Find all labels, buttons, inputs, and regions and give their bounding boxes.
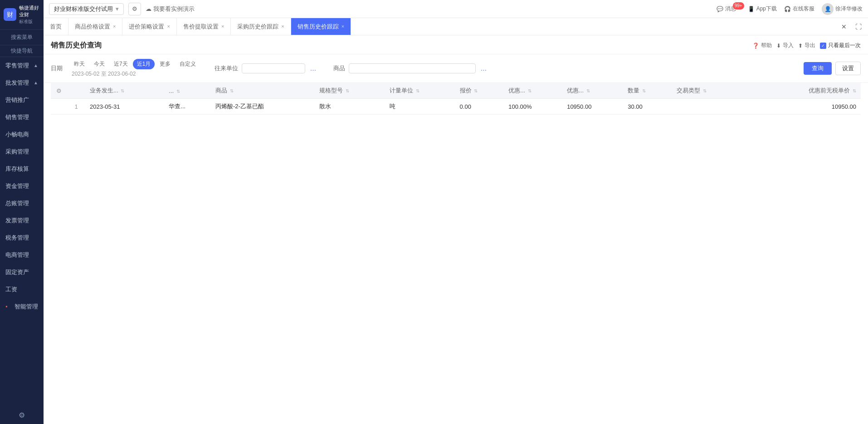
sidebar-item-label: 电商管理 bbox=[5, 251, 29, 259]
demo-button[interactable]: ☁ 我要看实例演示 bbox=[146, 5, 195, 13]
product-input[interactable] bbox=[349, 63, 476, 73]
import-label: 导入 bbox=[783, 42, 794, 49]
sidebar-item-tax[interactable]: 税务管理 bbox=[0, 229, 44, 246]
sidebar-item-wholesale[interactable]: 批发管理 ▲ bbox=[0, 74, 44, 92]
sidebar-item-ecommerce[interactable]: 电商管理 bbox=[0, 246, 44, 264]
sidebar-item-label: 小畅电商 bbox=[5, 130, 29, 139]
sidebar-item-invoice[interactable]: 发票管理 bbox=[0, 212, 44, 229]
sidebar-item-label: 批发管理 bbox=[5, 79, 29, 87]
import-button[interactable]: ⬇ 导入 bbox=[776, 42, 794, 49]
sidebar-item-sales[interactable]: 销售管理 bbox=[0, 109, 44, 126]
tab-close-icon[interactable]: × bbox=[167, 24, 170, 29]
import-icon: ⬇ bbox=[776, 43, 781, 49]
from-unit-filter: 往来单位 … bbox=[215, 63, 319, 73]
cell-spec: 散水 bbox=[315, 99, 385, 115]
page-header: 销售历史价查询 ❓ 帮助 ⬇ 导入 ⬆ 导出 ✓ 只看最后一次 bbox=[44, 35, 868, 54]
sidebar-search[interactable]: 搜索菜单 bbox=[0, 30, 44, 45]
sidebar-item-retail[interactable]: 零售管理 ▲ bbox=[0, 57, 44, 74]
col-unit[interactable]: 计量单位 ⇅ bbox=[385, 83, 455, 99]
tab-close-window-button[interactable]: ✕ bbox=[838, 21, 850, 33]
sidebar-item-inventory[interactable]: 库存核算 bbox=[0, 160, 44, 178]
cell-no-tax-price: 10950.00 bbox=[759, 99, 861, 115]
tab-product-price[interactable]: 商品价格设置 × bbox=[68, 18, 122, 35]
sidebar-item-ledger[interactable]: 总账管理 bbox=[0, 195, 44, 212]
tab-purchase-strategy[interactable]: 进价策略设置 × bbox=[122, 18, 176, 35]
col-discount2[interactable]: 优惠... ⇅ bbox=[562, 83, 623, 99]
sidebar-item-fixed-assets[interactable]: 固定资产 bbox=[0, 264, 44, 281]
col-no-tax-price[interactable]: 优惠前无税单价 ⇅ bbox=[759, 83, 861, 99]
col-spec[interactable]: 规格型号 ⇅ bbox=[315, 83, 385, 99]
date-btn-more[interactable]: 更多 bbox=[156, 59, 175, 69]
tab-sales-history[interactable]: 销售历史价跟踪 × bbox=[291, 18, 351, 35]
sort-icon: ⇅ bbox=[853, 88, 856, 93]
last-only-label: 只看最后一次 bbox=[828, 42, 861, 49]
sort-icon: ⇅ bbox=[416, 88, 419, 93]
tab-label: 采购历史价跟踪 bbox=[237, 23, 278, 31]
demo-label: 我要看实例演示 bbox=[153, 5, 195, 13]
sidebar-item-ecommerce-small[interactable]: 小畅电商 bbox=[0, 126, 44, 143]
date-btn-today[interactable]: 今天 bbox=[90, 59, 109, 69]
date-btn-custom[interactable]: 自定义 bbox=[176, 59, 200, 69]
sort-icon: ⇅ bbox=[121, 88, 124, 93]
cell-price: 0.00 bbox=[455, 99, 504, 115]
online-service-label: 在线客服 bbox=[793, 5, 814, 13]
tab-purchase-history[interactable]: 采购历史价跟踪 × bbox=[231, 18, 291, 35]
tab-close-icon[interactable]: × bbox=[113, 24, 116, 29]
main-content: 好业财标准版交付试用 ▾ ⚙ ☁ 我要看实例演示 💬 消息 99+ 📱 App下… bbox=[44, 0, 868, 424]
date-filter-label: 日期 bbox=[51, 64, 63, 72]
user-name: 徐泽华修改 bbox=[835, 5, 863, 13]
last-only-checkbox[interactable]: ✓ 只看最后一次 bbox=[820, 42, 861, 49]
tab-close-icon[interactable]: × bbox=[341, 24, 344, 29]
sidebar-item-label: 库存核算 bbox=[5, 165, 29, 173]
tab-home[interactable]: 首页 bbox=[44, 18, 68, 35]
sort-icon: ⇅ bbox=[346, 88, 349, 93]
user-menu[interactable]: 👤 徐泽华修改 bbox=[822, 3, 863, 15]
table-gear-icon[interactable]: ⚙ bbox=[56, 87, 62, 94]
from-unit-select-button[interactable]: … bbox=[307, 64, 319, 73]
from-unit-label: 往来单位 bbox=[215, 64, 238, 72]
settings-icon[interactable]: ⚙ bbox=[128, 3, 141, 15]
export-button[interactable]: ⬆ 导出 bbox=[798, 42, 815, 49]
from-unit-input[interactable] bbox=[242, 63, 305, 73]
date-btn-yesterday[interactable]: 昨天 bbox=[70, 59, 89, 69]
tab-label: 首页 bbox=[50, 23, 62, 31]
cell-spacer bbox=[742, 99, 759, 115]
tab-close-icon[interactable]: × bbox=[281, 24, 284, 29]
setting-button[interactable]: 设置 bbox=[835, 62, 861, 75]
sort-icon: ⇅ bbox=[528, 88, 532, 93]
sidebar-item-finance[interactable]: 资金管理 bbox=[0, 178, 44, 195]
app-download-button[interactable]: 📱 App下载 bbox=[748, 5, 777, 13]
tab-close-icon[interactable]: × bbox=[221, 24, 224, 29]
cell-trade-type bbox=[672, 99, 742, 115]
tab-maximize-button[interactable]: ⛶ bbox=[853, 21, 864, 33]
query-button[interactable]: 查询 bbox=[804, 62, 832, 75]
sort-icon: ⇅ bbox=[642, 88, 646, 93]
sort-icon: ⇅ bbox=[703, 88, 707, 93]
col-trade-type[interactable]: 交易类型 ⇅ bbox=[672, 83, 742, 99]
col-biz-date[interactable]: 业务发生... ⇅ bbox=[85, 83, 164, 99]
col-seq bbox=[67, 83, 85, 99]
col-product[interactable]: 商品 ⇅ bbox=[211, 83, 315, 99]
cell-discount2: 10950.00 bbox=[562, 99, 623, 115]
tab-price-extract[interactable]: 售价提取设置 × bbox=[177, 18, 231, 35]
sidebar-item-payroll[interactable]: 工资 bbox=[0, 281, 44, 298]
online-service-button[interactable]: 🎧 在线客服 bbox=[784, 5, 814, 13]
col-more[interactable]: ... ⇅ bbox=[164, 83, 211, 99]
message-button[interactable]: 💬 消息 99+ bbox=[717, 5, 741, 13]
sidebar-settings-button[interactable]: ⚙ bbox=[0, 406, 44, 424]
sidebar-item-purchase[interactable]: 采购管理 bbox=[0, 143, 44, 160]
help-icon: ❓ bbox=[752, 43, 759, 49]
topbar-right: 💬 消息 99+ 📱 App下载 🎧 在线客服 👤 徐泽华修改 bbox=[717, 3, 863, 15]
sidebar-quick-nav[interactable]: 快捷导航 bbox=[0, 45, 44, 57]
product-select-button[interactable]: … bbox=[478, 64, 489, 73]
version-selector[interactable]: 好业财标准版交付试用 ▾ bbox=[49, 3, 124, 15]
date-btn-1month[interactable]: 近1月 bbox=[133, 59, 155, 69]
date-btn-7days[interactable]: 近7天 bbox=[110, 59, 132, 69]
sidebar-item-label: 采购管理 bbox=[5, 148, 29, 156]
help-button[interactable]: ❓ 帮助 bbox=[752, 42, 772, 49]
col-qty[interactable]: 数量 ⇅ bbox=[623, 83, 672, 99]
sidebar-item-ai[interactable]: 智能管理 bbox=[0, 298, 44, 315]
col-discount1[interactable]: 优惠... ⇅ bbox=[504, 83, 562, 99]
sidebar-item-marketing[interactable]: 营销推广 bbox=[0, 92, 44, 109]
col-price[interactable]: 报价 ⇅ bbox=[455, 83, 504, 99]
